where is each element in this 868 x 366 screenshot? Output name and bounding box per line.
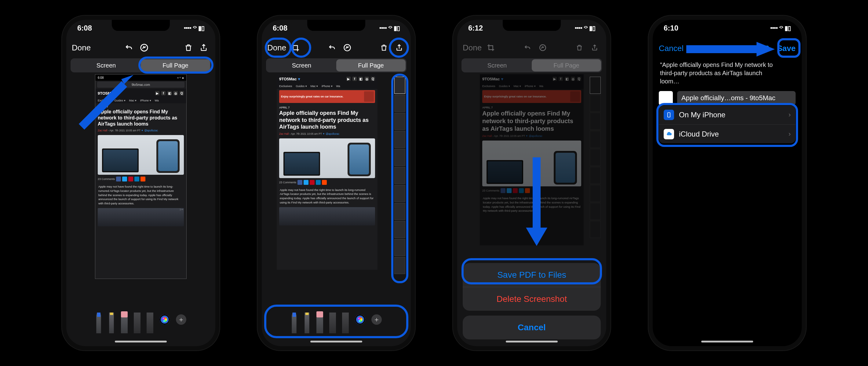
- thumb-7[interactable]: [394, 185, 405, 202]
- document-info: "Apple officially opens Find My network …: [659, 59, 796, 105]
- location-on-my-iphone[interactable]: On My iPhone ›: [659, 105, 796, 124]
- site-subnav: ExclusivesGuides ▾Mac ▾iPhone ▾Wa: [95, 98, 186, 103]
- thumb-3[interactable]: [394, 113, 405, 130]
- chevron-right-icon: ›: [788, 130, 791, 138]
- action-sheet: Save PDF to Files Delete Screenshot Canc…: [463, 263, 601, 339]
- pen-tool[interactable]: [95, 312, 102, 333]
- mini-time: 6:08: [98, 76, 103, 80]
- thumb-4[interactable]: [394, 131, 405, 148]
- add-tool[interactable]: ＋: [176, 314, 186, 325]
- pen-tool[interactable]: [291, 312, 298, 333]
- save-dialog-bar: Cancel Save: [653, 38, 802, 58]
- lasso-tool[interactable]: [134, 312, 141, 333]
- home-indicator[interactable]: [701, 341, 753, 342]
- thumb-5[interactable]: [394, 149, 405, 166]
- page-thumbnails[interactable]: [394, 77, 405, 274]
- eraser-tool[interactable]: [121, 312, 128, 333]
- delete-screenshot-button[interactable]: Delete Screenshot: [463, 287, 601, 311]
- page-thumbnails: [590, 77, 601, 238]
- ruler-tool[interactable]: [342, 312, 349, 333]
- done-button[interactable]: Done: [72, 43, 91, 53]
- home-indicator[interactable]: [506, 341, 558, 342]
- editor-toolbar: Done: [66, 38, 215, 58]
- markup-toolbar[interactable]: ＋: [70, 306, 211, 333]
- comments-row: 23 Comments: [279, 180, 375, 185]
- status-right: ▪▪▪▪⌔▮▯: [575, 25, 595, 32]
- thumb-11[interactable]: [394, 257, 405, 274]
- marker-tool[interactable]: [108, 312, 115, 333]
- seg-screen: Screen: [462, 59, 532, 71]
- markup-toolbar[interactable]: ＋: [266, 306, 406, 333]
- segmented-control[interactable]: Screen Full Page: [70, 58, 211, 72]
- save-button[interactable]: Save: [777, 44, 796, 53]
- home-indicator[interactable]: [310, 341, 362, 342]
- hero-image: [279, 139, 375, 178]
- url-bar: 9to5mac.com: [97, 82, 184, 88]
- seg-full-page[interactable]: Full Page: [141, 59, 210, 71]
- crop-icon[interactable]: [289, 41, 302, 54]
- save-cancel-button[interactable]: Cancel: [659, 44, 684, 53]
- done-button[interactable]: Done: [267, 43, 286, 53]
- action-sheet-group: Save PDF to Files Delete Screenshot: [463, 263, 601, 311]
- thumb-9[interactable]: [394, 221, 405, 238]
- ruler-tool[interactable]: [147, 312, 153, 333]
- site-subnav: ExclusivesGuides ▾Mac ▾iPhone ▾Wa: [277, 83, 377, 89]
- undo-icon[interactable]: [123, 41, 135, 54]
- done-button: Done: [463, 43, 482, 53]
- preview-area[interactable]: 6:08▪ ⌔ ▮ 9to5mac.com 9TO5Mac▾ ▶f◧◎Q Exc…: [66, 74, 215, 300]
- site-logo: 9TO5Mac▾ ▶f◧◎Q: [277, 74, 377, 83]
- page-preview[interactable]: 9TO5Mac▾ ▶f◧◎Q ExclusivesGuides ▾Mac ▾iP…: [277, 74, 377, 270]
- inline-image: [279, 207, 375, 225]
- preview-area[interactable]: 9TO5Mac▾ ▶f◧◎Q ExclusivesGuides ▾Mac ▾iP…: [262, 74, 393, 300]
- home-indicator[interactable]: [115, 341, 167, 342]
- segmented-control[interactable]: Screen Full Page: [266, 58, 406, 72]
- sheet-cancel-button[interactable]: Cancel: [463, 315, 601, 339]
- battery-icon: ▮▯: [198, 25, 204, 32]
- seg-full-page: Full Page: [532, 59, 601, 71]
- undo-icon[interactable]: [326, 41, 338, 54]
- status-time: 6:12: [468, 24, 483, 32]
- thumb-8[interactable]: [394, 203, 405, 220]
- lasso-tool[interactable]: [329, 312, 336, 333]
- redo-markup-icon[interactable]: [138, 41, 150, 54]
- banner-ad: Enjoy surprisingly great rates on car in…: [279, 90, 375, 103]
- svg-rect-7: [668, 113, 670, 117]
- article-byline: Zac Hall - Apr. 7th 2021 10:05 am PT ✦ @…: [95, 129, 186, 134]
- segmented-control: Screen Full Page: [462, 58, 602, 72]
- thumb-1[interactable]: [394, 77, 405, 94]
- thumb-10[interactable]: [394, 239, 405, 256]
- notch: [112, 20, 170, 31]
- page-preview[interactable]: 6:08▪ ⌔ ▮ 9to5mac.com 9TO5Mac▾ ▶f◧◎Q Exc…: [95, 74, 187, 279]
- thumb-6[interactable]: [394, 167, 405, 184]
- seg-screen[interactable]: Screen: [267, 59, 336, 71]
- share-icon[interactable]: [393, 41, 405, 54]
- marker-tool[interactable]: [304, 312, 310, 333]
- phone-1: 6:08 ➤ ▪▪▪▪ ⌔ ▮▯ Done: [61, 15, 220, 351]
- new-folder-icon[interactable]: [759, 43, 770, 54]
- add-tool[interactable]: ＋: [371, 314, 382, 325]
- ad-close-icon: ▷×: [180, 208, 183, 211]
- thumb-2[interactable]: [394, 95, 405, 112]
- location-label: On My iPhone: [679, 111, 725, 119]
- location-icloud-drive[interactable]: iCloud Drive ›: [659, 124, 796, 143]
- document-thumbnail: [659, 91, 673, 105]
- notch: [307, 20, 365, 31]
- trash-icon[interactable]: [182, 41, 194, 54]
- eraser-tool[interactable]: [316, 312, 323, 333]
- redo-markup-icon[interactable]: [341, 41, 353, 54]
- filename-field[interactable]: Apple officially…oms - 9to5Mac: [677, 91, 796, 105]
- inline-image: ▷×: [98, 208, 184, 226]
- seg-full-page[interactable]: Full Page: [336, 59, 406, 71]
- article-headline: Apple officially opens Find My network t…: [95, 109, 186, 129]
- share-icon[interactable]: [197, 41, 210, 54]
- header-icons: ▶f◧◎Q: [155, 91, 184, 95]
- status-right: ▪▪▪▪⌔▮▯: [379, 25, 400, 32]
- crop-icon: [485, 41, 497, 54]
- save-pdf-button[interactable]: Save PDF to Files: [463, 263, 601, 287]
- document-quote: "Apple officially opens Find My network …: [659, 59, 796, 87]
- trash-icon[interactable]: [378, 41, 390, 54]
- color-picker[interactable]: [355, 314, 365, 325]
- seg-screen[interactable]: Screen: [71, 59, 141, 71]
- comments-row: 23 Comments: [98, 177, 184, 181]
- color-picker[interactable]: [159, 314, 170, 325]
